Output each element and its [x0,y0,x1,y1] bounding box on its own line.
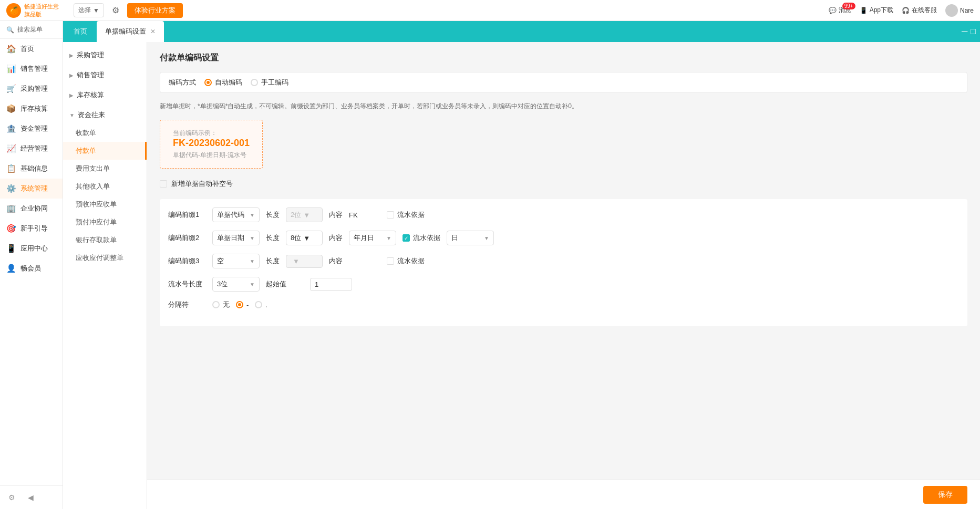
stream1-checkbox-label[interactable]: 流水依据 [387,210,425,220]
sidebar-item-basic[interactable]: 📋 基础信息 [0,159,63,179]
trial-button[interactable]: 体验行业方案 [127,3,183,18]
search-menu-button[interactable]: 🔍 搜索菜单 [0,21,63,39]
stream2-checkbox-label[interactable]: ✓ 流水依据 [403,233,440,243]
main-layout: 🔍 搜索菜单 🏠 首页 📊 销售管理 🛒 采购管理 📦 库存核算 🏦 资金管理 … [0,21,980,509]
sidebar-item-system[interactable]: ⚙️ 系统管理 [0,179,63,199]
start-value-input[interactable]: 1 [310,278,352,291]
submenu-item-prepaid-receivable[interactable]: 预收冲应收单 [63,195,147,213]
brand-text: 畅捷通好生意 旗品版 [24,3,59,18]
main-right: 付款单编码设置 编码方式 自动编码 手工编码 [147,42,980,509]
submenu-item-other-income[interactable]: 其他收入单 [63,178,147,195]
submenu-group-sales: ▶ 销售管理 [63,66,147,84]
chevron-down-icon-s2: ▼ [484,235,489,241]
preview-label: 当前编码示例： [173,129,217,137]
sidebar-item-purchase[interactable]: 🛒 采购管理 [0,79,63,99]
settings-icon[interactable]: ⚙ [4,490,19,505]
top-header: 🍊 畅捷通好生意 旗品版 选择 ▼ ⚙ 体验行业方案 💬 消息 99+ 📱 Ap… [0,0,980,21]
radio-manual-code[interactable]: 手工编码 [251,78,288,87]
online-service-button[interactable]: 🎧 在线客服 [902,6,937,15]
save-button[interactable]: 保存 [923,486,967,504]
operation-icon: 📈 [6,144,16,153]
content1-label: 内容 [329,210,343,220]
radio-sep-none[interactable]: 无 [212,300,230,309]
submenu-item-expense[interactable]: 费用支出单 [63,160,147,178]
content2-select[interactable]: 年月日 ▼ [349,231,396,245]
submenu-header-sales[interactable]: ▶ 销售管理 [63,66,147,84]
separator-row: 分隔符 无 - . [168,300,959,309]
stream1-checkbox[interactable] [387,211,394,219]
maximize-icon[interactable]: □ [971,27,976,36]
stream3-checkbox[interactable] [387,257,394,265]
submenu-item-prepaid-payable[interactable]: 预付冲应付单 [63,213,147,231]
tab-encoding-settings[interactable]: 单据编码设置 ✕ [97,21,164,42]
radio-sep-dash[interactable]: - [236,301,249,309]
encoding-type-bar: 编码方式 自动编码 手工编码 [160,72,967,93]
sidebar-item-finance[interactable]: 🏦 资金管理 [0,119,63,139]
tab-home[interactable]: 首页 [65,21,96,42]
sidebar-item-enterprise[interactable]: 🏢 企业协同 [0,199,63,219]
length3-select[interactable]: ▼ [286,255,323,268]
length1-label: 长度 [266,210,280,220]
app-download-button[interactable]: 📱 App下载 [860,6,893,15]
auto-fill-label: 新增单据自动补空号 [171,179,233,189]
message-button[interactable]: 💬 消息 99+ [829,6,851,15]
stream2-checkbox[interactable]: ✓ [403,234,410,242]
member-icon: 👤 [6,264,16,273]
chevron-down-icon: ▼ [93,7,99,14]
length1-select[interactable]: 2位 ▼ [286,207,323,222]
tab-bar-right: ─ □ [962,27,980,36]
sidebar-item-home[interactable]: 🏠 首页 [0,39,63,59]
submenu-header-inventory[interactable]: ▶ 库存核算 [63,86,147,104]
serial-row: 流水号长度 3位 ▼ 起始值 1 [168,277,959,292]
sidebar-item-appcenter[interactable]: 📱 应用中心 [0,238,63,258]
separator-label: 分隔符 [168,300,206,309]
sidebar-item-sales[interactable]: 📊 销售管理 [0,59,63,79]
radio-sep-dot[interactable]: . [255,301,267,309]
service-icon: 🎧 [902,7,910,14]
chevron-down-icon-p2: ▼ [250,235,255,241]
submenu-item-payment[interactable]: 付款单 [63,142,147,160]
system-icon: ⚙️ [6,184,16,193]
enterprise-icon: 🏢 [6,204,16,213]
message-icon: 💬 [829,7,837,14]
sidebar-item-member[interactable]: 👤 畅会员 [0,258,63,278]
submenu-header-capital[interactable]: ▼ 资金往来 [63,106,147,124]
chevron-down-icon-p3: ▼ [250,258,255,264]
sidebar-item-operation[interactable]: 📈 经营管理 [0,139,63,159]
prefix2-select[interactable]: 单据日期 ▼ [212,231,260,245]
content-wrapper: 首页 单据编码设置 ✕ ─ □ ▶ 采购管理 [63,21,980,509]
chevron-down-icon-sl: ▼ [250,282,255,287]
sidebar-bottom: ⚙ ◀ [0,485,63,509]
prefix3-select[interactable]: 空 ▼ [212,254,260,268]
chevron-down-icon-c2: ▼ [386,235,391,241]
serial-length-select[interactable]: 3位 ▼ [212,277,260,292]
start-value-label: 起始值 [266,279,304,289]
preview-box: 当前编码示例： FK-20230602-001 单据代码-单据日期-流水号 [160,120,263,169]
minimize-icon[interactable]: ─ [962,27,967,36]
content2-label: 内容 [329,233,343,243]
stream2-period-select[interactable]: 日 ▼ [447,231,494,245]
submenu-header-purchase[interactable]: ▶ 采购管理 [63,46,147,64]
user-area[interactable]: Nare [945,4,974,17]
length2-select[interactable]: 8位 ▼ [286,231,323,245]
collapse-icon[interactable]: ◀ [23,490,38,505]
header-dropdown[interactable]: 选择 ▼ [74,3,104,17]
submenu-item-bank[interactable]: 银行存取款单 [63,231,147,249]
prefix1-select[interactable]: 单据代码 ▼ [212,207,260,222]
radio-auto-code[interactable]: 自动编码 [204,78,242,87]
submenu-item-adjustment[interactable]: 应收应付调整单 [63,249,147,267]
tab-close-icon[interactable]: ✕ [150,28,156,35]
basic-icon: 📋 [6,164,16,173]
submenu-group-capital: ▼ 资金往来 收款单 付款单 费用支出单 其他收入单 预收冲应收单 预付冲应付单… [63,106,147,267]
sidebar-item-inventory[interactable]: 📦 库存核算 [0,99,63,119]
tab-bar: 首页 单据编码设置 ✕ ─ □ [63,21,980,42]
submenu-item-receipt[interactable]: 收款单 [63,124,147,142]
info-text: 新增单据时，*单据编码*自动生成，不可编辑。前缀设置为部门、业务员等档案类，开单… [160,101,967,111]
stream3-checkbox-label[interactable]: 流水依据 [387,256,425,266]
finance-icon: 🏦 [6,124,16,133]
brand-area: 🍊 畅捷通好生意 旗品版 [6,3,69,18]
auto-fill-checkbox[interactable] [160,180,167,188]
inventory-icon: 📦 [6,104,16,113]
gear-icon[interactable]: ⚙ [108,3,123,18]
sidebar-item-newguide[interactable]: 🎯 新手引导 [0,219,63,238]
